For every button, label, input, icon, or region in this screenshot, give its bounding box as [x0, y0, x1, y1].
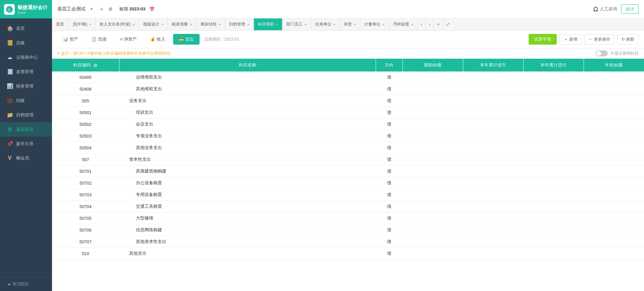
table-row[interactable]: 50504其他业务支出借 — [52, 142, 644, 154]
sidebar-item-archive[interactable]: 📁 归档管理 — [0, 108, 52, 122]
cell-ytd-debit — [463, 95, 523, 107]
table-row[interactable]: 50406其他维权支出借 — [52, 83, 644, 95]
cell-name: 专用设备购置 — [119, 189, 376, 201]
table-row[interactable]: 50705大型修缮借 — [52, 212, 644, 224]
cell-year-start — [584, 177, 644, 189]
tab-template-close[interactable]: × — [161, 22, 163, 27]
cell-direction: 借 — [376, 212, 402, 224]
tab-tax-label: 税表清册 — [172, 21, 188, 27]
table-row[interactable]: 50707其他资本性支出借 — [52, 236, 644, 248]
tab-dept-close[interactable]: × — [305, 22, 307, 27]
table-row[interactable]: 50502会议支出借 — [52, 118, 644, 130]
col-direction: 方向 — [376, 59, 402, 71]
add-company-icon[interactable]: ＋ — [99, 6, 104, 13]
tab-period-end[interactable]: 期末结转 × — [197, 18, 225, 30]
tab-currency[interactable]: 币种设置 × — [389, 18, 418, 30]
tab-inventory-close[interactable]: × — [354, 22, 356, 27]
tab-inventory[interactable]: 存货 × — [340, 18, 360, 30]
sub-tab-income[interactable]: 💰 收入 — [145, 34, 171, 45]
table-row[interactable]: 510其他支出借 — [52, 248, 644, 259]
sub-tab-liability[interactable]: 📋 负债 — [86, 34, 112, 45]
tab-unit-close[interactable]: × — [382, 22, 384, 27]
sub-tab-expense[interactable]: 💳 支出 — [173, 34, 200, 45]
tab-expand-button[interactable]: ⤢ — [443, 18, 452, 30]
tab-next-button[interactable]: › — [426, 18, 434, 30]
sidebar-item-ledger-label: 总账 — [16, 40, 25, 46]
cell-ytd-credit — [523, 71, 584, 83]
table-row[interactable]: 50706信息网络购建借 — [52, 224, 644, 236]
tab-income[interactable]: 收入支出表(年报) × — [96, 18, 139, 30]
sidebar-item-settings-label: 基础设置 — [16, 127, 34, 133]
tab-template[interactable]: 模版设计 × — [139, 18, 168, 30]
tab-prev-button[interactable]: ‹ — [418, 18, 426, 30]
add-button[interactable]: ＋ 新增 — [559, 34, 582, 45]
tab-unit[interactable]: 计量单位 × — [360, 18, 389, 30]
tab-subject-init-close[interactable]: × — [276, 22, 278, 27]
col-settings-icon[interactable]: ⚙ — [93, 63, 98, 68]
table-row[interactable]: 50703专用设备购置借 — [52, 189, 644, 201]
table-row[interactable]: 507资本性支出借 — [52, 154, 644, 165]
cell-name: 其他业务支出 — [119, 142, 376, 154]
more-button[interactable]: ⋯ 更多操作 — [584, 34, 614, 45]
sidebar-item-cloud-report[interactable]: ☁ 云报表中心 — [0, 50, 52, 64]
cell-direction: 借 — [376, 189, 402, 201]
sidebar-item-tax[interactable]: 📊 税务管理 — [0, 79, 52, 93]
table-row[interactable]: 50501培训支出借 — [52, 107, 644, 118]
sidebar-item-settings[interactable]: ⚙ 基础设置 — [0, 122, 52, 137]
tab-archive-close[interactable]: × — [247, 22, 249, 27]
sidebar-item-member[interactable]: V 畅会员 — [0, 151, 52, 165]
refresh-button[interactable]: ↻ 刷新 — [617, 34, 639, 45]
user-role-button[interactable]: 会计 — [621, 4, 639, 14]
table-row[interactable]: 50405运维维权支出借 — [52, 71, 644, 83]
table-row[interactable]: 50503专项业务支出借 — [52, 130, 644, 142]
sub-tab-asset[interactable]: 📊 资产 — [57, 34, 84, 45]
company-name[interactable]: 基层工会测试 — [57, 6, 86, 12]
tab-subject-init[interactable]: 科目期初 × — [254, 18, 282, 30]
disable-toggle[interactable] — [596, 50, 608, 56]
cell-direction: 借 — [376, 248, 402, 259]
period-label: 账期 2023-03 — [119, 6, 145, 12]
company-dropdown-icon[interactable]: ▼ — [90, 7, 94, 11]
tab-close-all-button[interactable]: × — [434, 18, 443, 30]
cell-opening — [402, 201, 463, 212]
tab-report-mid[interactable]: 员(中期) × — [68, 18, 96, 30]
sidebar-item-guide[interactable]: 📌 新手引导 — [0, 137, 52, 151]
cell-opening — [402, 154, 463, 165]
sidebar-item-home[interactable]: 🏠 首页 — [0, 21, 52, 36]
company-settings-icon[interactable]: ⚙ — [108, 6, 113, 12]
sidebar-item-invoice[interactable]: 🧾 发票管理 — [0, 64, 52, 79]
cell-year-start — [584, 130, 644, 142]
calendar-icon[interactable]: 📅 — [149, 7, 155, 12]
sub-tab-net-asset[interactable]: ≡ 净资产 — [114, 34, 143, 45]
tab-tax-close[interactable]: × — [190, 22, 192, 27]
invoice-icon: 🧾 — [7, 68, 13, 75]
table-row[interactable]: 505业务支出借 — [52, 95, 644, 107]
tax-icon: 📊 — [7, 83, 13, 89]
net-asset-icon: ≡ — [120, 37, 122, 42]
tab-partner-close[interactable]: × — [333, 22, 335, 27]
table-row[interactable]: 50704交通工具购置借 — [52, 201, 644, 212]
subject-table: 科目编码 ⚙ 科目名称 方向 期初余额 本年累计借方 — [52, 59, 644, 259]
tab-currency-close[interactable]: × — [411, 22, 413, 27]
hint-bar-right: 不显示禁用科目 — [596, 50, 639, 56]
help-button[interactable]: 🎧 人工咨询 — [593, 6, 617, 12]
tab-tax[interactable]: 税表清册 × — [168, 18, 196, 30]
table-row[interactable]: 50702办公设备购置借 — [52, 177, 644, 189]
sidebar-item-checkout[interactable]: 💼 结账 — [0, 93, 52, 108]
sidebar-collapse[interactable]: ◄ 取消固定 — [0, 277, 52, 291]
tab-dept[interactable]: 部门员工 × — [282, 18, 311, 30]
tab-report-mid-close[interactable]: × — [89, 22, 91, 27]
trial-balance-button[interactable]: 试算平衡 — [529, 34, 557, 45]
cell-ytd-credit — [523, 118, 584, 130]
tab-income-close[interactable]: × — [132, 22, 135, 27]
collapse-icon: ◄ — [7, 282, 11, 287]
tab-home[interactable]: 首页 — [52, 18, 68, 30]
table-row[interactable]: 50701房屋建筑物购建借 — [52, 165, 644, 177]
tab-period-end-close[interactable]: × — [219, 22, 221, 27]
tab-partner[interactable]: 往来单位 × — [311, 18, 340, 30]
sidebar-item-ledger[interactable]: 📒 总账 — [0, 36, 52, 50]
col-ytd-debit: 本年累计借方 — [463, 59, 523, 71]
cell-ytd-debit — [463, 107, 523, 118]
cell-ytd-credit — [523, 83, 584, 95]
tab-archive[interactable]: 归档管理 × — [225, 18, 254, 30]
